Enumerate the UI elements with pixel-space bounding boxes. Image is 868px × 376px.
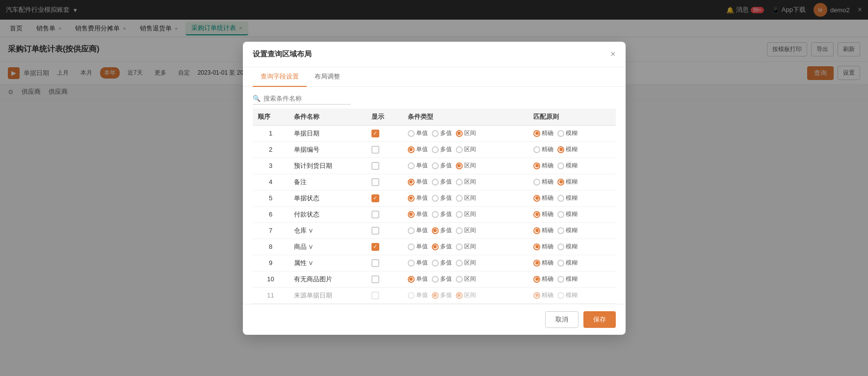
radio-模糊[interactable]: 模糊 xyxy=(557,242,578,251)
cell-show[interactable] xyxy=(367,271,403,287)
radio-circle-多值 xyxy=(432,179,439,186)
radio-单值[interactable]: 单值 xyxy=(408,194,428,202)
radio-多值[interactable]: 多值 xyxy=(432,291,452,299)
radio-circle-模糊 xyxy=(557,260,564,267)
radio-模糊[interactable]: 模糊 xyxy=(557,291,578,299)
cell-show[interactable] xyxy=(367,206,403,222)
radio-精确[interactable]: 精确 xyxy=(533,145,553,154)
radio-label-多值: 多值 xyxy=(440,178,452,186)
condition-type-group: 单值多值区间 xyxy=(408,129,524,137)
radio-多值[interactable]: 多值 xyxy=(432,178,452,186)
radio-多值[interactable]: 多值 xyxy=(432,129,452,137)
radio-区间[interactable]: 区间 xyxy=(456,161,476,170)
radio-单值[interactable]: 单值 xyxy=(408,178,428,186)
cell-show[interactable] xyxy=(367,141,403,158)
radio-模糊[interactable]: 模糊 xyxy=(557,161,578,170)
tab-query-fields[interactable]: 查询字段设置 xyxy=(253,67,307,87)
radio-circle-单值 xyxy=(408,276,415,283)
cell-show[interactable] xyxy=(367,174,403,190)
radio-单值[interactable]: 单值 xyxy=(408,275,428,283)
radio-精确[interactable]: 精确 xyxy=(533,275,553,283)
radio-单值[interactable]: 单值 xyxy=(408,145,428,154)
radio-单值[interactable]: 单值 xyxy=(408,161,428,170)
cancel-button[interactable]: 取消 xyxy=(545,311,579,328)
radio-单值[interactable]: 单值 xyxy=(408,259,428,267)
radio-精确[interactable]: 精确 xyxy=(533,259,553,267)
radio-区间[interactable]: 区间 xyxy=(456,145,476,154)
radio-区间[interactable]: 区间 xyxy=(456,242,476,251)
radio-区间[interactable]: 区间 xyxy=(456,226,476,235)
show-checkbox[interactable] xyxy=(371,259,379,267)
radio-精确[interactable]: 精确 xyxy=(533,210,553,218)
radio-多值[interactable]: 多值 xyxy=(432,226,452,235)
radio-区间[interactable]: 区间 xyxy=(456,291,476,299)
radio-精确[interactable]: 精确 xyxy=(533,226,553,235)
radio-区间[interactable]: 区间 xyxy=(456,129,476,137)
radio-多值[interactable]: 多值 xyxy=(432,194,452,202)
radio-模糊[interactable]: 模糊 xyxy=(557,259,578,267)
radio-模糊[interactable]: 模糊 xyxy=(557,194,578,202)
condition-type-group: 单值多值区间 xyxy=(408,242,524,251)
save-button[interactable]: 保存 xyxy=(583,311,616,328)
cell-show[interactable] xyxy=(367,287,403,303)
show-checkbox[interactable] xyxy=(371,243,379,251)
cell-show[interactable] xyxy=(367,239,403,255)
radio-多值[interactable]: 多值 xyxy=(432,275,452,283)
cell-order: 4 xyxy=(253,174,289,190)
radio-区间[interactable]: 区间 xyxy=(456,194,476,202)
radio-模糊[interactable]: 模糊 xyxy=(557,178,578,186)
show-checkbox[interactable] xyxy=(371,211,379,218)
radio-多值[interactable]: 多值 xyxy=(432,145,452,154)
cell-show[interactable] xyxy=(367,125,403,141)
show-checkbox[interactable] xyxy=(371,292,379,299)
cell-show[interactable] xyxy=(367,190,403,206)
show-checkbox[interactable] xyxy=(371,194,379,202)
show-checkbox[interactable] xyxy=(371,146,379,154)
show-checkbox[interactable] xyxy=(371,130,379,137)
radio-多值[interactable]: 多值 xyxy=(432,242,452,251)
radio-circle-多值 xyxy=(432,276,439,283)
radio-模糊[interactable]: 模糊 xyxy=(557,226,578,235)
radio-区间[interactable]: 区间 xyxy=(456,178,476,186)
show-checkbox[interactable] xyxy=(371,178,379,186)
radio-精确[interactable]: 精确 xyxy=(533,242,553,251)
radio-多值[interactable]: 多值 xyxy=(432,259,452,267)
cell-match-rule: 精确模糊 xyxy=(528,239,615,255)
radio-模糊[interactable]: 模糊 xyxy=(557,145,578,154)
radio-精确[interactable]: 精确 xyxy=(533,129,553,137)
radio-单值[interactable]: 单值 xyxy=(408,291,428,299)
modal-close-button[interactable]: × xyxy=(610,50,616,58)
table-row: 4备注单值多值区间精确模糊 xyxy=(253,174,616,190)
match-rule-group: 精确模糊 xyxy=(533,291,610,299)
show-checkbox[interactable] xyxy=(371,227,379,235)
radio-单值[interactable]: 单值 xyxy=(408,129,428,137)
radio-精确[interactable]: 精确 xyxy=(533,291,553,299)
show-checkbox[interactable] xyxy=(371,162,379,170)
radio-多值[interactable]: 多值 xyxy=(432,161,452,170)
cell-show[interactable] xyxy=(367,255,403,271)
radio-label-多值: 多值 xyxy=(440,291,452,299)
radio-circle-精确 xyxy=(533,211,540,218)
table-row: 10有无商品图片单值多值区间精确模糊 xyxy=(253,271,616,287)
radio-区间[interactable]: 区间 xyxy=(456,210,476,218)
radio-单值[interactable]: 单值 xyxy=(408,242,428,251)
radio-多值[interactable]: 多值 xyxy=(432,210,452,218)
show-checkbox[interactable] xyxy=(371,275,379,283)
radio-单值[interactable]: 单值 xyxy=(408,210,428,218)
radio-精确[interactable]: 精确 xyxy=(533,194,553,202)
tab-layout[interactable]: 布局调整 xyxy=(307,67,348,87)
radio-模糊[interactable]: 模糊 xyxy=(557,129,578,137)
radio-模糊[interactable]: 模糊 xyxy=(557,275,578,283)
match-rule-group: 精确模糊 xyxy=(533,226,610,235)
radio-精确[interactable]: 精确 xyxy=(533,178,553,186)
cell-show[interactable] xyxy=(367,158,403,174)
radio-区间[interactable]: 区间 xyxy=(456,259,476,267)
cell-show[interactable] xyxy=(367,222,403,239)
radio-区间[interactable]: 区间 xyxy=(456,275,476,283)
radio-精确[interactable]: 精确 xyxy=(533,161,553,170)
search-input[interactable] xyxy=(263,95,347,102)
radio-模糊[interactable]: 模糊 xyxy=(557,210,578,218)
modal-header: 设置查询区域布局 × xyxy=(243,42,626,67)
cell-condition-type: 单值多值区间 xyxy=(403,125,528,141)
radio-单值[interactable]: 单值 xyxy=(408,226,428,235)
